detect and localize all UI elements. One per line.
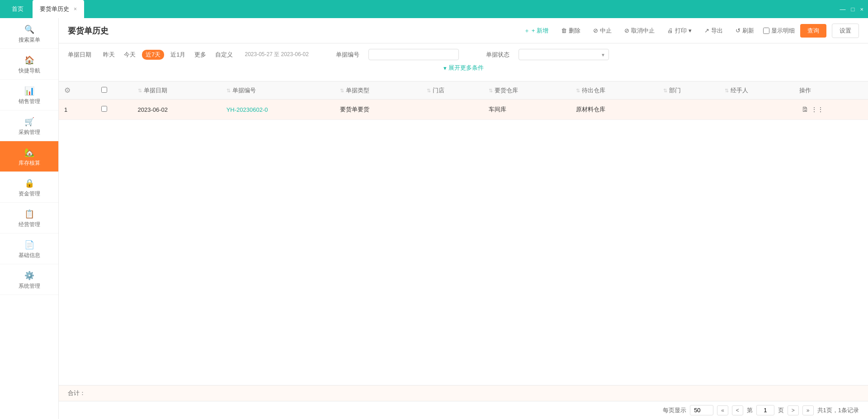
main-layout: 🔍 搜索菜单 🏠 快捷导航 📊 销售管理 🛒 采购管理 🏡 库存核算 🔒 资金管…: [0, 18, 868, 419]
minimize-icon[interactable]: —: [840, 6, 846, 13]
table-footer: 合计：: [59, 385, 868, 401]
row-checkbox[interactable]: [101, 106, 107, 112]
col-department[interactable]: 部门: [658, 81, 720, 100]
tab-current-label: 要货单历史: [40, 0, 69, 18]
date-btn-more[interactable]: 更多: [192, 50, 209, 60]
date-btn-7days[interactable]: 近7天: [142, 50, 164, 60]
col-req-warehouse[interactable]: 要货仓库: [483, 81, 571, 100]
col-doc-no[interactable]: 单据编号: [221, 81, 335, 100]
operation-icon: 📋: [24, 209, 34, 219]
main-table: ⚙ 单据日期 单据编号 单据类型 门店 要货仓库 待出仓库 部门 经手人 操: [59, 81, 868, 120]
per-page-label: 每页显示: [663, 406, 686, 414]
cell-req-warehouse: 车间库: [483, 100, 571, 120]
close-icon[interactable]: ×: [860, 6, 863, 13]
sidebar-item-sales-label: 销售管理: [19, 98, 40, 105]
next-page-button[interactable]: >: [788, 405, 799, 415]
sidebar-item-system[interactable]: ⚙️ 系统管理: [0, 264, 58, 295]
col-settings: ⚙: [59, 81, 96, 100]
sidebar-item-finance[interactable]: 🔒 资金管理: [0, 172, 58, 203]
tab-current[interactable]: 要货单历史 ×: [33, 0, 84, 18]
current-page-input[interactable]: [756, 405, 774, 415]
column-settings-icon[interactable]: ⚙: [64, 86, 71, 94]
expand-icon: ▾: [443, 65, 447, 71]
page-title: 要货单历史: [68, 25, 108, 36]
col-store[interactable]: 门店: [421, 81, 483, 100]
last-page-button[interactable]: »: [802, 405, 814, 415]
more-op-button[interactable]: ⋮⋮: [812, 104, 823, 115]
print-button[interactable]: 🖨 打印 ▾: [664, 25, 695, 37]
delete-icon: 🗑: [561, 27, 567, 34]
sidebar-item-inventory-label: 库存核算: [19, 159, 40, 167]
cell-department: [658, 100, 720, 120]
table-body: 1 2023-06-02 YH-20230602-0 要货单要货 车间库 原材料…: [59, 100, 868, 120]
cell-handler: [719, 100, 794, 120]
pagination: 每页显示 50 10 20 100 « < 第 页 > » 共1页，1条记录: [59, 401, 868, 419]
cancel-stop-icon: ⊘: [624, 27, 629, 34]
col-doc-date[interactable]: 单据日期: [132, 81, 221, 100]
cell-operations: 🖺 ⋮⋮: [794, 100, 868, 120]
doc-status-label: 单据状态: [486, 51, 509, 59]
filter-row-1: 单据日期 昨天 今天 近7天 近1月 更多 自定义 2023-05-27 至 2…: [68, 49, 859, 60]
sidebar-item-inventory[interactable]: 🏡 库存核算: [0, 141, 58, 172]
sidebar-item-operation[interactable]: 📋 经营管理: [0, 203, 58, 233]
date-btn-today[interactable]: 今天: [121, 50, 138, 60]
delete-button[interactable]: 🗑 删除: [557, 25, 584, 37]
display-detail-toggle[interactable]: 显示明细: [763, 27, 795, 35]
table-header-row: ⚙ 单据日期 单据编号 单据类型 门店 要货仓库 待出仓库 部门 经手人 操: [59, 81, 868, 100]
summary-label: 合计：: [68, 390, 85, 396]
sidebar-item-search-menu[interactable]: 🔍 搜索菜单: [0, 18, 58, 49]
settings-button[interactable]: 设置: [832, 24, 859, 38]
prev-page-button[interactable]: <: [732, 405, 743, 415]
col-operations: 操作: [794, 81, 868, 100]
refresh-button[interactable]: ↺ 刷新: [732, 25, 758, 37]
sidebar-item-purchase-label: 采购管理: [19, 129, 40, 136]
tab-close-icon[interactable]: ×: [74, 0, 77, 18]
display-detail-checkbox[interactable]: [763, 28, 769, 34]
export-button[interactable]: ↗ 导出: [701, 25, 726, 37]
per-page-select[interactable]: 50 10 20 100: [690, 405, 713, 415]
sidebar-item-search-label: 搜索菜单: [19, 36, 40, 44]
col-handler[interactable]: 经手人: [719, 81, 794, 100]
stop-button[interactable]: ⊘ 中止: [590, 25, 615, 37]
tab-home[interactable]: 首页: [5, 0, 31, 18]
sidebar-item-sales[interactable]: 📊 销售管理: [0, 80, 58, 110]
page-label: 第: [747, 406, 753, 414]
cell-doc-no: YH-20230602-0: [221, 100, 335, 120]
sidebar-item-finance-label: 资金管理: [19, 190, 40, 198]
date-btn-yesterday[interactable]: 昨天: [100, 50, 118, 60]
total-info: 共1页，1条记录: [817, 406, 859, 414]
query-button[interactable]: 查询: [800, 24, 826, 38]
select-all-checkbox[interactable]: [101, 87, 107, 93]
new-icon: ＋: [524, 27, 530, 35]
col-pending-warehouse[interactable]: 待出仓库: [571, 81, 658, 100]
search-menu-icon: 🔍: [24, 24, 34, 34]
first-page-button[interactable]: «: [717, 405, 728, 415]
sidebar-item-basic-info[interactable]: 📄 基础信息: [0, 233, 58, 264]
date-btn-custom[interactable]: 自定义: [212, 50, 236, 60]
filter-area: 单据日期 昨天 今天 近7天 近1月 更多 自定义 2023-05-27 至 2…: [59, 43, 868, 81]
view-op-button[interactable]: 🖺: [799, 104, 810, 115]
date-btn-1month[interactable]: 近1月: [168, 50, 188, 60]
cell-store: [421, 100, 483, 120]
system-icon: ⚙️: [24, 271, 34, 281]
cell-num: 1: [59, 100, 96, 120]
quick-nav-icon: 🏠: [24, 55, 34, 65]
sidebar-item-quick-nav[interactable]: 🏠 快捷导航: [0, 49, 58, 80]
doc-number-label: 单据编号: [336, 51, 359, 59]
maximize-icon[interactable]: □: [851, 6, 855, 13]
doc-number-input[interactable]: [368, 49, 459, 60]
content-area: 要货单历史 ＋ + 新增 🗑 删除 ⊘ 中止 ⊘ 取消中止: [59, 18, 868, 419]
sidebar: 🔍 搜索菜单 🏠 快捷导航 📊 销售管理 🛒 采购管理 🏡 库存核算 🔒 资金管…: [0, 18, 59, 419]
sidebar-item-purchase[interactable]: 🛒 采购管理: [0, 110, 58, 141]
new-button[interactable]: ＋ + 新增: [520, 25, 552, 37]
sidebar-item-quick-nav-label: 快捷导航: [19, 67, 40, 75]
doc-no-link[interactable]: YH-20230602-0: [226, 106, 268, 113]
cell-checkbox[interactable]: [96, 100, 132, 120]
col-doc-type[interactable]: 单据类型: [335, 81, 422, 100]
page-header: 要货单历史 ＋ + 新增 🗑 删除 ⊘ 中止 ⊘ 取消中止: [59, 18, 868, 43]
doc-status-select[interactable]: [519, 49, 609, 60]
print-dropdown-icon: ▾: [689, 27, 692, 34]
cancel-stop-button[interactable]: ⊘ 取消中止: [621, 25, 658, 37]
cell-doc-type: 要货单要货: [335, 100, 422, 120]
expand-more-button[interactable]: ▾ 展开更多条件: [443, 64, 484, 72]
